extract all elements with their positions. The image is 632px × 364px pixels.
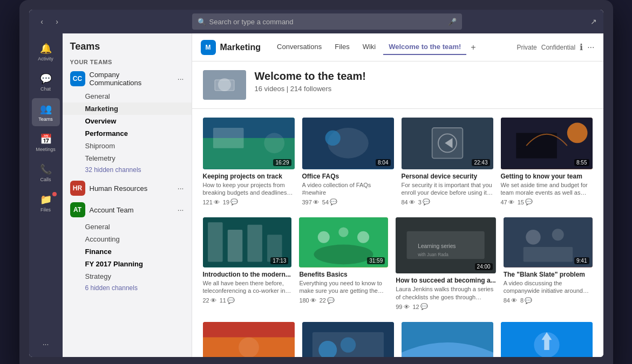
hr-more-button[interactable]: ··· [178, 184, 184, 193]
channel-accounting[interactable]: Accounting [63, 233, 192, 245]
svg-rect-19 [247, 225, 262, 262]
back-button[interactable]: ‹ [36, 15, 49, 28]
video-card-v6[interactable]: 31:59 Benefits Basics Everything you nee… [299, 217, 388, 313]
nav-item-teams[interactable]: 👥 Teams [32, 98, 60, 126]
video-duration-v3: 22:43 [472, 159, 490, 166]
channel-finance[interactable]: Finance [63, 245, 192, 258]
video-duration-v6: 31:59 [367, 257, 385, 264]
video-thumb-v10 [302, 322, 394, 357]
main-content: M Marketing Conversations Files Wiki Wel… [192, 33, 603, 357]
channel-header: M Marketing Conversations Files Wiki Wel… [192, 33, 603, 61]
tab-files[interactable]: Files [329, 39, 355, 55]
tab-welcome[interactable]: Welcome to the team! [383, 39, 466, 55]
video-row-3 [203, 322, 593, 357]
nav-label-activity: Activity [38, 56, 53, 61]
search-input[interactable]: Search or type a command [209, 18, 445, 26]
nav-item-chat[interactable]: 💬 Chat [32, 68, 60, 96]
company-comms-hidden-channels[interactable]: 32 hidden channels [63, 164, 192, 175]
account-team-channels: General Accounting Finance FY 2017 Plann… [63, 221, 192, 296]
svg-rect-18 [227, 230, 242, 262]
video-desc-v3: For security it is important that you en… [402, 181, 493, 197]
laptop-frame: ‹ › 🔍 Search or type a command 🎤 ↗ 🔔 Act… [19, 0, 613, 364]
video-card-v9[interactable] [203, 322, 295, 357]
video-info-v1: Keeping projects on track How to keep yo… [203, 169, 295, 209]
channel-strategy[interactable]: Strategy [63, 270, 192, 283]
video-card-v12[interactable] [501, 322, 593, 357]
video-card-v2[interactable]: 8:04 Office FAQs A video collection of F… [302, 118, 394, 209]
video-card-v8[interactable]: 9:41 The "Blank Slate" problem A video d… [504, 217, 593, 313]
teams-panel-title: Teams [63, 33, 192, 57]
nav-item-calls[interactable]: 📞 Calls [32, 159, 60, 187]
video-stats-v5: 22 👁 11 💬 [203, 297, 292, 304]
tab-wiki[interactable]: Wiki [357, 39, 382, 55]
nav-item-activity[interactable]: 🔔 Activity [32, 38, 60, 66]
team-item-hr[interactable]: HR Human Resources ··· [63, 177, 192, 199]
comments-v2: 54 💬 [322, 198, 337, 205]
welcome-thumbnail [203, 70, 246, 100]
comments-v4: 15 💬 [518, 198, 533, 205]
add-tab-button[interactable]: + [468, 40, 478, 54]
video-card-v11[interactable] [402, 322, 493, 357]
video-desc-v6: Everything you need to know to make sure… [299, 279, 388, 295]
comments-v8: 8 💬 [520, 297, 532, 304]
video-desc-v4: We set aside time and budget for team mo… [501, 181, 593, 197]
channel-marketing[interactable]: Marketing [63, 102, 192, 115]
account-team-more-button[interactable]: ··· [178, 205, 184, 214]
video-stats-v3: 84 👁 3 💬 [402, 198, 493, 205]
video-thumb-v1: 16:29 [203, 118, 295, 169]
teams-icon: 👥 [40, 103, 52, 115]
nav-item-meetings[interactable]: 📅 Meetings [32, 128, 60, 156]
svg-text:Learning series: Learning series [418, 243, 456, 249]
channel-general[interactable]: General [63, 90, 192, 102]
video-stats-v1: 121 👁 19 💬 [203, 198, 295, 205]
tab-conversations[interactable]: Conversations [271, 39, 327, 55]
video-info-v2: Office FAQs A video collection of FAQs #… [302, 169, 394, 209]
team-item-account-team[interactable]: AT Account Team ··· [63, 199, 192, 221]
video-card-v4[interactable]: 8:55 Getting to know your team We set as… [501, 118, 593, 209]
nav-item-files[interactable]: 📁 Files [32, 189, 60, 217]
video-title-v7: How to succeed at becoming a... [396, 277, 495, 284]
video-title-v2: Office FAQs [302, 173, 394, 180]
video-card-v5[interactable]: 17:13 Introduction to the modern... We a… [203, 217, 292, 313]
video-thumb-v6: 31:59 [299, 217, 388, 267]
nav-label-meetings: Meetings [36, 147, 56, 152]
nav-more-button[interactable]: ··· [32, 335, 60, 353]
svg-point-23 [339, 228, 349, 237]
video-card-v3[interactable]: 22:43 Personal device security For secur… [402, 118, 493, 209]
channel-telemetry[interactable]: Telemetry [63, 152, 192, 164]
teams-panel: Teams Your teams CC Company Communicatio… [63, 33, 192, 357]
channel-overview[interactable]: Overview [63, 115, 192, 127]
video-title-v8: The "Blank Slate" problem [504, 271, 593, 278]
company-comms-channels: General Marketing Overview Performance S… [63, 90, 192, 177]
channel-tabs: Conversations Files Wiki Welcome to the … [271, 39, 512, 55]
info-icon[interactable]: ℹ [580, 42, 583, 52]
team-item-company-comms[interactable]: CC Company Communications ··· [63, 67, 192, 90]
video-card-v7[interactable]: Learning series with Juan Rada 24:00 How… [396, 217, 495, 313]
search-bar[interactable]: 🔍 Search or type a command 🎤 [192, 13, 462, 30]
video-row-2: 17:13 Introduction to the modern... We a… [203, 217, 593, 313]
video-title-v4: Getting to know your team [501, 173, 593, 180]
video-stats-v7: 99 👁 12 💬 [396, 303, 495, 310]
privacy-label: Private [517, 44, 536, 51]
welcome-meta: 16 videos | 214 followers [255, 85, 366, 93]
channel-performance[interactable]: Performance [63, 127, 192, 140]
channel-at-general[interactable]: General [63, 221, 192, 233]
more-options-icon[interactable]: ··· [587, 43, 594, 52]
video-desc-v8: A video discussing the companywide initi… [504, 279, 593, 295]
company-comms-more-button[interactable]: ··· [178, 74, 184, 83]
svg-rect-33 [523, 247, 573, 262]
video-card-v1[interactable]: 16:29 Keeping projects on track How to k… [203, 118, 295, 209]
video-desc-v7: Laura Jenkins walks through a series of … [396, 285, 495, 301]
forward-button[interactable]: › [51, 15, 64, 28]
video-card-v10[interactable] [302, 322, 394, 357]
views-v5: 22 👁 [203, 297, 216, 304]
video-desc-v2: A video collection of FAQs #newhire [302, 181, 394, 197]
channel-fy2017[interactable]: FY 2017 Planning [63, 258, 192, 270]
account-team-hidden-channels[interactable]: 6 hidden channels [63, 283, 192, 293]
video-duration-v4: 8:55 [574, 159, 589, 166]
views-v4: 47 👁 [501, 199, 514, 205]
video-thumb-v4: 8:55 [501, 118, 593, 169]
app-layout: 🔔 Activity 💬 Chat 👥 Teams 📅 Meetings 📞 [29, 33, 603, 357]
open-external-button[interactable]: ↗ [590, 17, 597, 26]
channel-shiproom[interactable]: Shiproom [63, 140, 192, 152]
